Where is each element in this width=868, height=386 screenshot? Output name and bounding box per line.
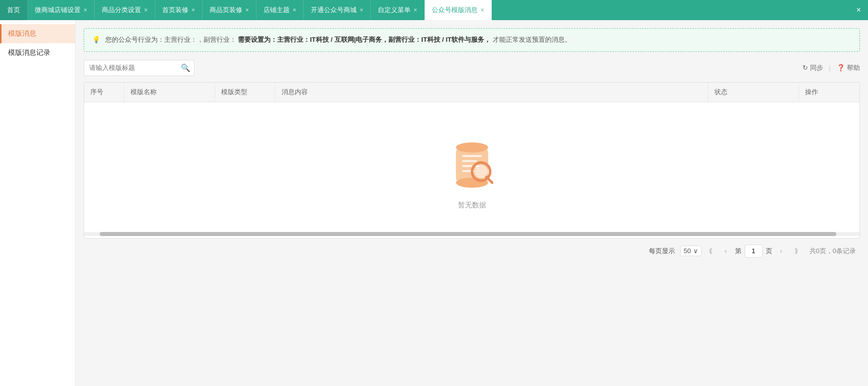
- sync-button[interactable]: ↻ 同步: [803, 63, 823, 72]
- notice-box: 💡 您的公众号行业为：主营行业：，副营行业： 需要设置为：主营行业：IT科技 /…: [84, 28, 860, 52]
- help-button[interactable]: ❓ 帮助: [837, 63, 860, 72]
- close-icon[interactable]: ×: [414, 7, 417, 14]
- divider: |: [829, 64, 831, 71]
- empty-text: 暂无数据: [458, 201, 486, 210]
- search-icon[interactable]: 🔍: [181, 63, 190, 72]
- table-header-状态: 状态: [708, 83, 799, 102]
- top-nav-item-自定义菜单[interactable]: 自定义菜单×: [371, 0, 425, 20]
- close-icon[interactable]: ×: [191, 7, 195, 14]
- table-header: 序号模版名称模版类型消息内容状态操作: [84, 83, 859, 102]
- svg-rect-5: [462, 160, 477, 162]
- close-icon[interactable]: ×: [144, 7, 148, 14]
- svg-point-2: [456, 142, 488, 152]
- search-bar: 🔍 ↻ 同步 | ❓ 帮助: [84, 60, 860, 76]
- close-icon[interactable]: ×: [481, 7, 484, 14]
- top-nav: 首页微商城店铺设置×商品分类设置×首页装修×商品页装修×店铺主题×开通公众号商城…: [0, 0, 868, 20]
- sidebar-item-模版消息[interactable]: 模版消息: [0, 24, 75, 43]
- table-header-消息内容: 消息内容: [276, 83, 708, 102]
- search-input[interactable]: [84, 60, 194, 76]
- svg-point-10: [475, 165, 488, 178]
- top-nav-item-微商城店铺设置[interactable]: 微商城店铺设置×: [28, 0, 95, 20]
- empty-state: 暂无数据: [84, 102, 859, 230]
- close-all-button[interactable]: ×: [849, 0, 868, 20]
- table-header-模版类型: 模版类型: [215, 83, 276, 102]
- empty-illustration: [442, 132, 502, 193]
- top-nav-item-商品分类设置[interactable]: 商品分类设置×: [95, 0, 155, 20]
- content-area: 💡 您的公众号行业为：主营行业：，副营行业： 需要设置为：主营行业：IT科技 /…: [76, 20, 868, 386]
- top-nav-item-店铺主题[interactable]: 店铺主题×: [256, 0, 304, 20]
- table-header-模版名称: 模版名称: [124, 83, 215, 102]
- notice-text2: 才能正常发送预置的消息。: [493, 36, 571, 43]
- page-label: 第: [735, 247, 742, 256]
- notice-icon: 💡: [92, 36, 100, 43]
- first-page-button[interactable]: ⟪: [705, 245, 717, 257]
- sidebar: 模版消息模版消息记录: [0, 20, 76, 386]
- prev-page-button[interactable]: ‹: [720, 245, 732, 257]
- notice-text1: 您的公众号行业为：主营行业：，副营行业：: [105, 36, 236, 43]
- close-icon[interactable]: ×: [293, 7, 296, 14]
- next-page-button[interactable]: ›: [775, 245, 787, 257]
- top-nav-item-公众号模版消息[interactable]: 公众号模版消息×: [425, 0, 492, 20]
- close-icon[interactable]: ×: [84, 7, 87, 14]
- close-icon[interactable]: ×: [360, 7, 363, 14]
- notice-highlight: 需要设置为：主营行业：IT科技 / 互联网|电子商务，副营行业：IT科技 / I…: [238, 36, 491, 43]
- svg-rect-4: [462, 155, 482, 157]
- sync-label: 同步: [810, 63, 823, 72]
- sidebar-item-模版消息记录[interactable]: 模版消息记录: [0, 43, 75, 62]
- help-icon: ❓: [837, 64, 845, 71]
- search-input-wrap: 🔍: [84, 60, 194, 76]
- page-input[interactable]: [745, 245, 763, 258]
- main-layout: 模版消息模版消息记录 💡 您的公众号行业为：主营行业：，副营行业： 需要设置为：…: [0, 20, 868, 386]
- table-header-操作: 操作: [799, 83, 859, 102]
- table-header-序号: 序号: [84, 83, 124, 102]
- page-unit: 页: [766, 247, 772, 256]
- per-page-value: 50: [684, 247, 691, 255]
- pagination: 每页显示 50 ∨ ⟪ ‹ 第 页 › ⟫ 共0页，0条记录: [84, 239, 860, 262]
- help-label: 帮助: [847, 63, 860, 72]
- top-nav-item-首页装修[interactable]: 首页装修×: [155, 0, 203, 20]
- last-page-button[interactable]: ⟫: [790, 245, 803, 257]
- total-info: 共0页，0条记录: [810, 247, 856, 256]
- scrollbar-thumb[interactable]: [100, 232, 836, 236]
- per-page-label: 每页显示: [649, 247, 675, 256]
- scrollbar-row[interactable]: [84, 232, 859, 236]
- close-icon[interactable]: ×: [245, 7, 249, 14]
- per-page-select[interactable]: 50 ∨: [680, 246, 701, 256]
- sync-icon: ↻: [803, 64, 808, 71]
- top-nav-item-商品页装修[interactable]: 商品页装修×: [203, 0, 256, 20]
- chevron-down-icon: ∨: [693, 247, 698, 255]
- toolbar-right: ↻ 同步 | ❓ 帮助: [803, 63, 860, 72]
- top-nav-item-首页[interactable]: 首页: [0, 0, 28, 20]
- table-wrap: 序号模版名称模版类型消息内容状态操作: [84, 82, 860, 239]
- top-nav-item-开通公众号商城[interactable]: 开通公众号商城×: [304, 0, 371, 20]
